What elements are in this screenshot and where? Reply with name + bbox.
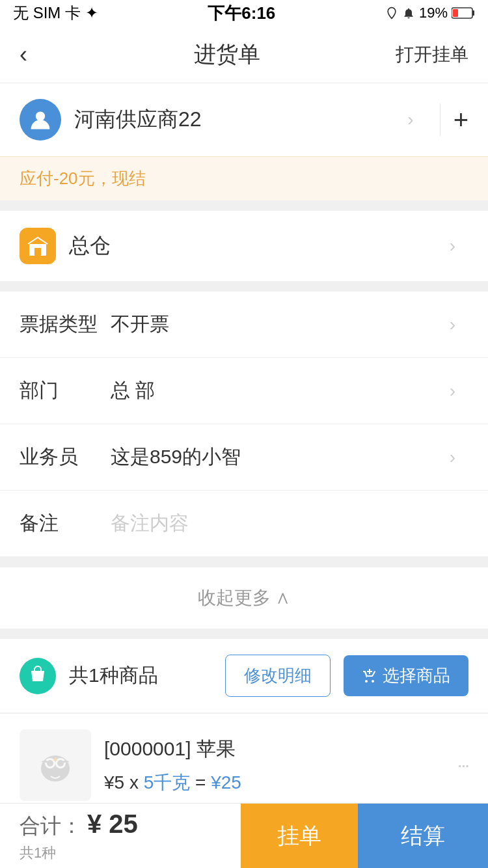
shopping-bag-icon bbox=[27, 666, 48, 686]
warehouse-icon bbox=[20, 228, 56, 264]
product-item: [0000001] 苹果 ¥5 x 5千克 = ¥25 ··· bbox=[0, 714, 488, 817]
svg-rect-2 bbox=[453, 9, 458, 17]
product-thumbnail bbox=[20, 729, 91, 801]
remark-input[interactable]: 备注内容 bbox=[104, 510, 468, 537]
svg-rect-1 bbox=[472, 10, 474, 16]
battery-icon bbox=[452, 7, 475, 19]
select-product-label: 选择商品 bbox=[383, 664, 450, 687]
owl-logo-icon bbox=[33, 742, 78, 788]
supplier-chevron-icon: › bbox=[407, 109, 413, 130]
remark-row[interactable]: 备注 备注内容 bbox=[0, 491, 488, 556]
products-icon bbox=[20, 658, 56, 694]
form-section: 票据类型 不开票 › 部门 总 部 › 业务员 这是859的小智 › 备注 备注… bbox=[0, 292, 488, 556]
salesperson-chevron-icon: › bbox=[450, 447, 455, 468]
department-row[interactable]: 部门 总 部 › bbox=[0, 358, 488, 424]
invoice-type-value: 不开票 bbox=[104, 311, 450, 338]
product-code: [0000001] bbox=[104, 738, 191, 759]
department-chevron-icon: › bbox=[450, 381, 455, 401]
warehouse-row[interactable]: 总仓 › bbox=[0, 211, 488, 281]
product-pricing: ¥5 x 5千克 = ¥25 bbox=[104, 770, 444, 795]
person-icon bbox=[29, 108, 52, 131]
remark-label: 备注 bbox=[20, 510, 104, 537]
products-header: 共1种商品 修改明细 选择商品 bbox=[0, 639, 488, 712]
total-label: 合计： bbox=[20, 812, 82, 841]
product-equals: = bbox=[195, 772, 211, 793]
back-button[interactable]: ‹ bbox=[20, 41, 59, 68]
salesperson-row[interactable]: 业务员 这是859的小智 › bbox=[0, 424, 488, 491]
checkout-button[interactable]: 结算 bbox=[358, 804, 488, 869]
status-left: 无 SIM 卡 ✦ bbox=[13, 3, 98, 23]
status-bar: 无 SIM 卡 ✦ 下午6:16 19% bbox=[0, 0, 488, 26]
open-pending-button[interactable]: 打开挂单 bbox=[396, 42, 468, 67]
footer: 合计： ¥ 25 共1种 挂单 结算 bbox=[0, 803, 488, 868]
status-time: 下午6:16 bbox=[208, 2, 275, 25]
invoice-type-row[interactable]: 票据类型 不开票 › bbox=[0, 292, 488, 358]
salesperson-value: 这是859的小智 bbox=[104, 444, 450, 470]
department-value: 总 部 bbox=[104, 377, 450, 404]
store-icon bbox=[27, 235, 49, 257]
product-info: [0000001] 苹果 ¥5 x 5千克 = ¥25 bbox=[104, 736, 444, 795]
product-quantity: 5千克 bbox=[144, 772, 191, 793]
svg-point-3 bbox=[36, 111, 45, 120]
product-title: 苹果 bbox=[197, 738, 236, 759]
product-name: [0000001] 苹果 bbox=[104, 736, 444, 763]
status-right: 19% bbox=[385, 5, 475, 21]
sim-status: 无 SIM 卡 ✦ bbox=[13, 3, 98, 23]
edit-detail-button[interactable]: 修改明细 bbox=[225, 655, 331, 697]
payment-info-banner: 应付-20元，现结 bbox=[0, 156, 488, 200]
footer-total: 合计： ¥ 25 共1种 bbox=[0, 809, 241, 863]
product-more-button[interactable]: ··· bbox=[457, 755, 468, 776]
department-label: 部门 bbox=[20, 377, 104, 404]
product-total: ¥25 bbox=[211, 772, 241, 793]
salesperson-label: 业务员 bbox=[20, 444, 104, 470]
svg-rect-5 bbox=[34, 248, 41, 256]
warehouse-chevron-icon: › bbox=[450, 236, 455, 256]
total-sub: 共1种 bbox=[20, 843, 221, 863]
supplier-section: 河南供应商22 › + 应付-20元，现结 bbox=[0, 83, 488, 200]
alarm-icon bbox=[402, 7, 415, 20]
page-title: 进货单 bbox=[194, 40, 260, 70]
warehouse-name: 总仓 bbox=[69, 232, 450, 260]
add-supplier-button[interactable]: + bbox=[454, 105, 468, 135]
invoice-type-label: 票据类型 bbox=[20, 311, 104, 338]
product-unit-price: ¥5 bbox=[104, 772, 124, 793]
cart-plus-icon bbox=[362, 668, 377, 684]
hang-order-button[interactable]: 挂单 bbox=[241, 804, 358, 869]
nav-bar: ‹ 进货单 打开挂单 bbox=[0, 26, 488, 83]
product-multiply: x bbox=[129, 772, 144, 793]
location-icon bbox=[385, 7, 398, 20]
products-count-label: 共1种商品 bbox=[69, 662, 212, 689]
invoice-chevron-icon: › bbox=[450, 314, 455, 335]
vertical-divider bbox=[440, 103, 441, 136]
total-amount: ¥ 25 bbox=[87, 809, 138, 839]
battery-status: 19% bbox=[419, 5, 448, 21]
warehouse-section: 总仓 › bbox=[0, 211, 488, 281]
supplier-row[interactable]: 河南供应商22 › + bbox=[0, 83, 488, 156]
select-product-button[interactable]: 选择商品 bbox=[344, 655, 468, 696]
supplier-avatar bbox=[20, 99, 61, 141]
total-main: 合计： ¥ 25 bbox=[20, 809, 221, 841]
supplier-name: 河南供应商22 bbox=[74, 105, 407, 134]
collapse-toggle-button[interactable]: 收起更多 ∧ bbox=[0, 567, 488, 629]
